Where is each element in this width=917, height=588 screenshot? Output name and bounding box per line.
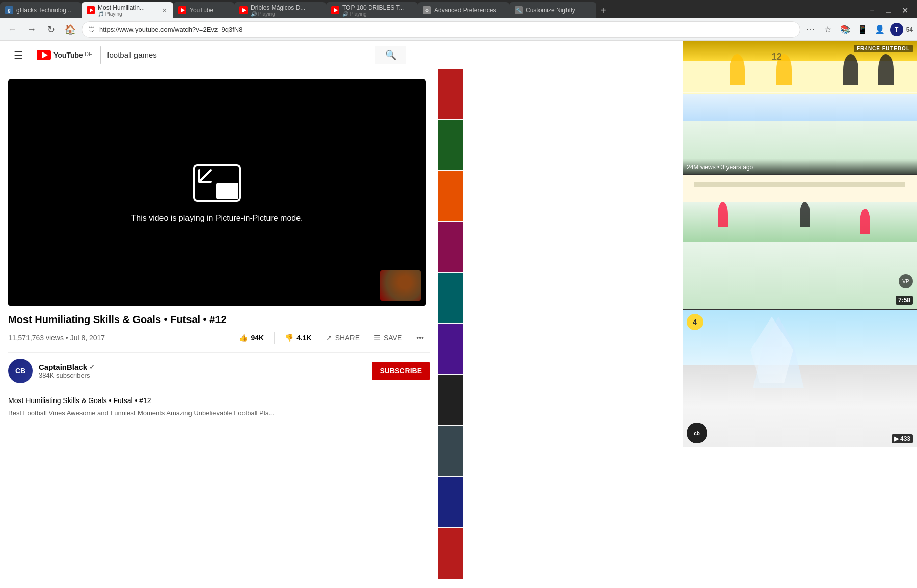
tab-label-dribles: Dribles Mágicos D... [251, 4, 321, 11]
tab-playing-top100: 🔊 Playing [342, 11, 413, 17]
victor-productions-overlay: VP [899, 274, 913, 288]
window-controls: − □ ✕ [864, 2, 917, 18]
youtube-logo-svg: YouTube [37, 50, 83, 60]
dislike-button[interactable]: 👎 4.1K [279, 330, 318, 346]
sidebar-partial-5 [438, 273, 463, 324]
add-tab-button[interactable]: + [596, 5, 610, 16]
tab-favicon-customize: 🔧 [515, 6, 523, 14]
tab-top100[interactable]: TOP 100 DRIBLES T... 🔊 Playing [326, 2, 418, 18]
dislike-count: 4.1K [296, 334, 312, 342]
player-1-silhouette [730, 54, 745, 85]
pip-video-3-bg: 4 cb ▶ 433 [683, 310, 917, 447]
video-meta-row: 11,571,763 views • Jul 8, 2017 👍 94K 👎 [8, 330, 430, 346]
address-text: https://www.youtube.com/watch?v=2Evz_9q3… [99, 25, 794, 33]
tab-favicon-dribles [239, 6, 248, 14]
tab-content-top100: TOP 100 DRIBLES T... 🔊 Playing [342, 4, 413, 17]
corner-thumb-image [380, 270, 421, 301]
tab-favicon-advanced: ⚙ [423, 6, 431, 14]
reload-button[interactable]: ↻ [43, 21, 59, 38]
bookmarks-button[interactable]: ☆ [821, 22, 835, 37]
tab-label-customize: Customize Nightly [526, 7, 591, 14]
sidebar-partial-2 [438, 120, 463, 171]
avatar-initials: T [895, 26, 898, 33]
pip-video-2-bg: VP 7:58 [683, 175, 917, 309]
tab-favicon-top100 [331, 6, 339, 14]
action-divider-1 [274, 332, 275, 344]
channel-avatar[interactable]: CB [8, 359, 33, 383]
pip-video-3[interactable]: 4 cb ▶ 433 [683, 310, 917, 447]
subscriber-count: 384K subscribers [39, 371, 366, 379]
tab-close-most-humiliating[interactable]: ✕ [160, 6, 168, 14]
youtube-search-button[interactable]: 🔍 [375, 46, 406, 64]
pip-video-1-info: 24M views • 3 years ago [683, 159, 917, 174]
forward-button[interactable]: → [23, 21, 40, 38]
avatar-text: CB [15, 367, 25, 375]
youtube-search-bar[interactable] [100, 46, 375, 64]
brand-overlay-1: FR4NCE FUTEBOL [854, 45, 913, 52]
profile-button[interactable]: 👤 [873, 22, 887, 37]
maximize-button[interactable]: □ [880, 4, 897, 17]
svg-marker-2 [242, 8, 246, 12]
sidebar-partial-10 [438, 528, 463, 579]
svg-marker-1 [181, 8, 185, 12]
video-player[interactable]: This video is playing in Picture-in-Pict… [8, 79, 426, 306]
synced-tabs-button[interactable]: 📱 [855, 22, 870, 37]
pip-video-1[interactable]: 12 FR4NCE FUTEBOL 24M views • 3 years ag… [683, 41, 917, 175]
svg-line-9 [199, 170, 211, 182]
video-description-line1: Most Humiliating Skills & Goals • Futsal… [8, 395, 430, 406]
save-button[interactable]: ☰ SAVE [368, 330, 408, 346]
tab-favicon-ghacks: g [5, 6, 13, 14]
video-title: Most Humiliating Skills & Goals • Futsal… [8, 314, 430, 326]
subscribe-button[interactable]: SUBSCRIBE [372, 362, 430, 380]
tab-favicon-most-humiliating [87, 6, 95, 14]
like-button[interactable]: 👍 94K [233, 330, 270, 346]
toolbar-actions: ⋯ ☆ 📚 📱 👤 T 54 [803, 22, 913, 37]
tab-advanced[interactable]: ⚙ Advanced Preferences [418, 2, 509, 18]
red-player-2 [860, 209, 870, 234]
pip-video-2[interactable]: VP 7:58 [683, 175, 917, 310]
share-button[interactable]: ↗ SHARE [320, 330, 366, 346]
tab-customize[interactable]: 🔧 Customize Nightly [509, 2, 596, 18]
captainblack-logo: cb [687, 423, 707, 443]
youtube-menu-button[interactable]: ☰ [8, 45, 29, 65]
sidebar-partial-4 [438, 222, 463, 273]
pip-right-panel: 12 FR4NCE FUTEBOL 24M views • 3 years ag… [683, 41, 917, 588]
pip-video-1-bg: 12 FR4NCE FUTEBOL 24M views • 3 years ag… [683, 41, 917, 174]
tab-most-humiliating[interactable]: Most Humiliatin... 🎵 Playing ✕ [82, 2, 173, 18]
tab-label-most-humiliating: Most Humiliatin... [98, 4, 157, 11]
minimize-button[interactable]: − [864, 4, 880, 17]
video-actions: 👍 94K 👎 4.1K ↗ SHARE ☰ [233, 330, 430, 346]
time-display: 54 [906, 26, 913, 33]
home-button[interactable]: 🏠 [62, 21, 78, 38]
extensions-button[interactable]: ⋯ [803, 22, 818, 37]
youtube-search-input[interactable] [101, 46, 375, 64]
court-line [683, 92, 917, 93]
playing-icon-top100: 🔊 [342, 11, 348, 17]
youtube-main: This video is playing in Picture-in-Pict… [0, 69, 438, 588]
tab-ghacks[interactable]: g gHacks Technolog... [0, 2, 82, 18]
tab-youtube[interactable]: YouTube [173, 2, 234, 18]
save-icon: ☰ [374, 334, 381, 342]
pip-message: This video is playing in Picture-in-Pict… [131, 213, 303, 223]
search-container: 🔍 [100, 46, 406, 64]
tab-dribles[interactable]: Dribles Mágicos D... 🔊 Playing [234, 2, 326, 18]
channel-name: CaptainBlack ✓ [39, 363, 366, 371]
close-button[interactable]: ✕ [897, 4, 913, 17]
video-description-line2: Best Football Vines Awesome and Funniest… [8, 409, 430, 417]
tab-playing-most-humiliating: 🎵 Playing [98, 11, 157, 17]
tab-label-youtube: YouTube [190, 7, 229, 14]
sidebar-partial-8 [438, 426, 463, 477]
player-4-silhouette [878, 54, 894, 85]
back-button[interactable]: ← [4, 21, 20, 38]
view-count: 11,571,763 views • Jul 8, 2017 [8, 334, 105, 342]
address-bar[interactable]: 🛡 https://www.youtube.com/watch?v=2Evz_9… [82, 21, 800, 38]
youtube-country-code: DE [85, 51, 92, 57]
youtube-logo[interactable]: YouTube DE [37, 50, 92, 60]
svg-text:YouTube: YouTube [53, 51, 83, 59]
library-button[interactable]: 📚 [838, 22, 852, 37]
more-icon: ••• [416, 334, 424, 342]
avatar-badge[interactable]: T [890, 23, 903, 36]
thumbs-up-icon: 👍 [239, 334, 248, 342]
player-3-silhouette [843, 54, 858, 85]
more-button[interactable]: ••• [410, 330, 430, 346]
